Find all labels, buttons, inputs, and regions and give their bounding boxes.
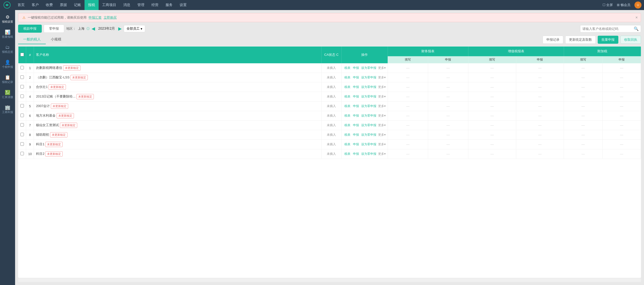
search-input[interactable] xyxy=(582,27,633,31)
op-zero-3[interactable]: 设为零申报 xyxy=(361,95,376,98)
row-fill-finance-0[interactable]: — xyxy=(388,63,428,73)
op-zero-1[interactable]: 设为零申报 xyxy=(361,76,376,79)
row-fill-added-2[interactable]: — xyxy=(564,82,602,92)
op-tax-form-3[interactable]: 税表 xyxy=(344,95,350,98)
row-fill-finance-7[interactable]: — xyxy=(388,130,428,140)
op-more-4[interactable]: 更多▾ xyxy=(378,104,386,108)
row-report-finance-8[interactable]: — xyxy=(428,140,468,149)
row-fill-tax-7[interactable]: — xyxy=(468,130,516,140)
row-report-added-0[interactable]: — xyxy=(602,63,641,73)
sidebar-item-tax-settings[interactable]: ⚙ 报税设置 xyxy=(1,12,15,26)
row-check-6[interactable] xyxy=(20,123,24,127)
op-declare-1[interactable]: 申报 xyxy=(353,76,359,79)
row-fill-finance-2[interactable]: — xyxy=(388,82,428,92)
app-logo[interactable] xyxy=(3,1,12,10)
row-fill-tax-4[interactable]: — xyxy=(468,102,516,111)
row-checkbox-4[interactable] xyxy=(18,102,26,111)
row-fill-tax-5[interactable]: — xyxy=(468,111,516,121)
row-checkbox-3[interactable] xyxy=(18,92,26,102)
table-wrapper[interactable]: # 客户名称 CA状态 C 操作 财务报表 增值税报表 附加税 填写 申报 填写 xyxy=(18,46,641,159)
row-checkbox-2[interactable] xyxy=(18,82,26,92)
row-fill-tax-1[interactable]: — xyxy=(468,73,516,82)
op-more-7[interactable]: 更多▾ xyxy=(378,133,386,136)
op-more-1[interactable]: 更多▾ xyxy=(378,76,386,79)
row-report-tax-0[interactable]: — xyxy=(516,63,564,73)
row-check-0[interactable] xyxy=(20,66,24,69)
row-report-added-7[interactable]: — xyxy=(602,130,641,140)
op-declare-8[interactable]: 申报 xyxy=(353,142,359,146)
row-fill-tax-3[interactable]: — xyxy=(468,92,516,102)
row-fill-tax-9[interactable]: — xyxy=(468,149,516,159)
nav-invoice[interactable]: 票据 xyxy=(56,0,70,10)
row-fill-added-1[interactable]: — xyxy=(564,73,602,82)
op-tax-form-9[interactable]: 税表 xyxy=(344,152,350,156)
nav-settings[interactable]: 设置 xyxy=(176,0,190,10)
prev-month-btn[interactable]: ◀ xyxy=(92,26,95,31)
row-fill-finance-5[interactable]: — xyxy=(388,111,428,121)
row-fill-finance-8[interactable]: — xyxy=(388,140,428,149)
row-report-tax-3[interactable]: — xyxy=(516,92,564,102)
row-fill-added-0[interactable]: — xyxy=(564,63,602,73)
info-icon[interactable]: ⓘ xyxy=(87,27,90,31)
nav-home[interactable]: 首页 xyxy=(14,0,28,10)
notice-link-buy[interactable]: 立即购买 xyxy=(104,15,117,20)
row-fill-finance-3[interactable]: — xyxy=(388,92,428,102)
sidebar-item-tax-overview[interactable]: 🗂 报税总览 xyxy=(1,42,15,56)
row-check-2[interactable] xyxy=(20,85,24,88)
row-report-tax-6[interactable]: — xyxy=(516,121,564,130)
op-more-3[interactable]: 更多▾ xyxy=(378,95,386,98)
nav-manage[interactable]: 管理 xyxy=(134,0,148,10)
op-declare-5[interactable]: 申报 xyxy=(353,114,359,117)
nav-service[interactable]: 服务 xyxy=(162,0,176,10)
row-report-finance-6[interactable]: — xyxy=(428,121,468,130)
row-fill-tax-0[interactable]: — xyxy=(468,63,516,73)
row-check-8[interactable] xyxy=(20,142,24,146)
row-report-added-3[interactable]: — xyxy=(602,92,641,102)
staff-selector[interactable]: 全部员工 ▾ xyxy=(124,25,145,32)
row-report-tax-7[interactable]: — xyxy=(516,130,564,140)
notice-link-declare[interactable]: 申报汇签 xyxy=(89,15,102,20)
row-report-added-1[interactable]: — xyxy=(602,73,641,82)
tab-tax-declare[interactable]: 税款申报 xyxy=(18,25,42,33)
row-report-added-2[interactable]: — xyxy=(602,82,641,92)
op-more-5[interactable]: 更多▾ xyxy=(378,114,386,117)
row-check-9[interactable] xyxy=(20,152,24,155)
nav-client[interactable]: 客户 xyxy=(28,0,42,10)
row-fill-added-3[interactable]: — xyxy=(564,92,602,102)
row-checkbox-0[interactable] xyxy=(18,63,26,73)
op-zero-7[interactable]: 设为零申报 xyxy=(361,133,376,136)
collect-btn[interactable]: 收取回执 xyxy=(620,36,641,44)
row-report-finance-2[interactable]: — xyxy=(428,82,468,92)
op-zero-0[interactable]: 设为零申报 xyxy=(361,66,376,70)
tab-general-taxpayer[interactable]: 一般的税人 xyxy=(18,35,46,44)
select-all-checkbox[interactable] xyxy=(20,53,24,56)
fullscreen-btn[interactable]: ☐ 全屏 xyxy=(602,3,613,7)
sidebar-item-annual-report[interactable]: 🏢 工商年报 xyxy=(1,103,15,117)
row-fill-finance-6[interactable]: — xyxy=(388,121,428,130)
row-checkbox-5[interactable] xyxy=(18,111,26,121)
row-check-4[interactable] xyxy=(20,104,24,108)
row-check-5[interactable] xyxy=(20,114,24,117)
row-report-tax-8[interactable]: — xyxy=(516,140,564,149)
sidebar-item-settlement[interactable]: 💹 汇算清缴 xyxy=(1,87,15,102)
op-more-6[interactable]: 更多▾ xyxy=(378,123,386,127)
row-fill-tax-6[interactable]: — xyxy=(468,121,516,130)
nav-tax[interactable]: 报税 xyxy=(85,0,99,10)
row-fill-added-6[interactable]: — xyxy=(564,121,602,130)
sidebar-item-personal-tax[interactable]: 👤 个税申报 xyxy=(1,57,15,71)
op-declare-3[interactable]: 申报 xyxy=(353,95,359,98)
op-zero-9[interactable]: 设为零申报 xyxy=(361,152,376,156)
next-month-btn[interactable]: ▶ xyxy=(118,26,122,31)
row-fill-added-9[interactable]: — xyxy=(564,149,602,159)
row-report-tax-2[interactable]: — xyxy=(516,82,564,92)
batch-declare-btn[interactable]: 批量申报 xyxy=(598,36,618,44)
op-tax-form-5[interactable]: 税表 xyxy=(344,114,350,117)
row-fill-finance-1[interactable]: — xyxy=(388,73,428,82)
op-more-8[interactable]: 更多▾ xyxy=(378,142,386,146)
row-fill-added-5[interactable]: — xyxy=(564,111,602,121)
op-zero-8[interactable]: 设为零申报 xyxy=(361,142,376,146)
row-report-finance-9[interactable]: — xyxy=(428,149,468,159)
op-declare-2[interactable]: 申报 xyxy=(353,85,359,89)
row-report-tax-5[interactable]: — xyxy=(516,111,564,121)
row-report-finance-3[interactable]: — xyxy=(428,92,468,102)
